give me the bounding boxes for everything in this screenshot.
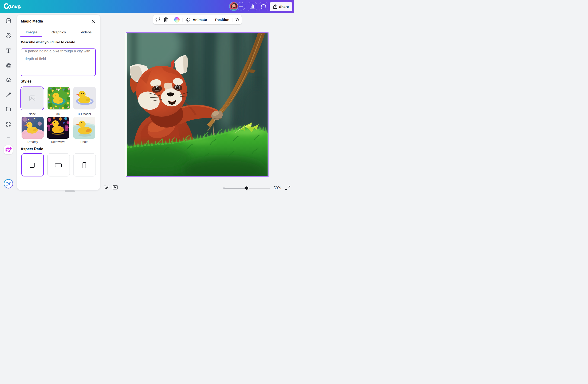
svg-text:co: co	[8, 65, 9, 66]
